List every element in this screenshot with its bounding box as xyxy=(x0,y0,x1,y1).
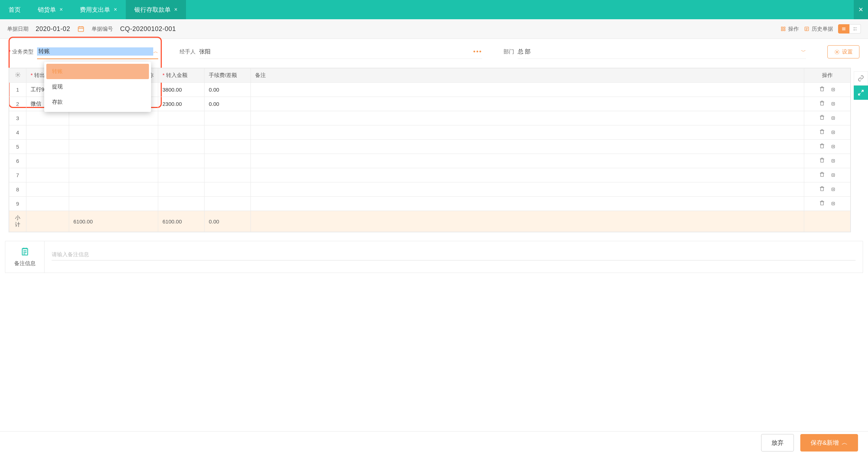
cell-in-acct[interactable] xyxy=(69,168,158,182)
table-row[interactable]: 6 xyxy=(9,154,851,168)
close-all-icon[interactable]: × xyxy=(854,0,868,19)
cell-remark[interactable] xyxy=(251,154,804,168)
cell-fee[interactable] xyxy=(205,182,251,197)
copy-icon[interactable] xyxy=(830,100,836,107)
more-icon[interactable]: ••• xyxy=(473,48,482,56)
table-row[interactable]: 9 xyxy=(9,197,851,211)
delete-icon[interactable] xyxy=(819,158,825,164)
cell-remark[interactable] xyxy=(251,168,804,182)
cell-in-amt[interactable]: 2300.00 xyxy=(158,97,205,111)
gear-header[interactable] xyxy=(9,68,26,83)
close-icon[interactable]: × xyxy=(174,6,177,13)
delete-icon[interactable] xyxy=(819,143,825,150)
tab-label: 银行存取款单 xyxy=(134,6,171,14)
delete-icon[interactable] xyxy=(819,200,825,207)
cell-in-amt[interactable] xyxy=(158,154,205,168)
dept-input[interactable]: 总 部 ﹀ xyxy=(518,45,806,59)
close-icon[interactable]: × xyxy=(60,6,63,13)
cell-out-acct[interactable] xyxy=(26,125,69,140)
cell-remark[interactable] xyxy=(251,111,804,125)
tab-home[interactable]: 首页 xyxy=(0,0,29,19)
cell-in-acct[interactable] xyxy=(69,111,158,125)
cell-in-acct[interactable] xyxy=(69,197,158,211)
cell-remark[interactable] xyxy=(251,182,804,197)
copy-icon[interactable] xyxy=(830,129,836,135)
dropdown-item-deposit[interactable]: 存款 xyxy=(46,94,149,110)
table-row[interactable]: 5 xyxy=(9,140,851,154)
cell-remark[interactable] xyxy=(251,197,804,211)
delete-icon[interactable] xyxy=(819,115,825,121)
cell-fee[interactable] xyxy=(205,154,251,168)
cell-remark[interactable] xyxy=(251,140,804,154)
delete-icon[interactable] xyxy=(819,172,825,178)
copy-icon[interactable] xyxy=(830,115,836,121)
cell-in-amt[interactable] xyxy=(158,111,205,125)
cell-in-acct[interactable] xyxy=(69,182,158,197)
cell-out-acct[interactable] xyxy=(26,111,69,125)
cell-out-acct[interactable] xyxy=(26,140,69,154)
close-icon[interactable]: × xyxy=(114,6,117,13)
cell-fee[interactable] xyxy=(205,111,251,125)
calendar-icon[interactable] xyxy=(77,25,84,32)
cell-in-acct[interactable] xyxy=(69,140,158,154)
delete-icon[interactable] xyxy=(819,186,825,192)
copy-icon[interactable] xyxy=(830,186,836,192)
cell-fee[interactable] xyxy=(205,197,251,211)
cell-fee[interactable]: 0.00 xyxy=(205,83,251,97)
cell-in-acct[interactable] xyxy=(69,125,158,140)
cell-out-acct[interactable] xyxy=(26,182,69,197)
subtotal-empty2 xyxy=(251,211,804,232)
tab-expense[interactable]: 费用支出单× xyxy=(71,0,125,19)
delete-icon[interactable] xyxy=(819,129,825,135)
cell-in-amt[interactable]: 3800.00 xyxy=(158,83,205,97)
cell-out-acct[interactable] xyxy=(26,154,69,168)
settings-button[interactable]: 设置 xyxy=(827,45,859,58)
delete-icon[interactable] xyxy=(819,100,825,107)
biz-type-input[interactable]: 转账 ︿ xyxy=(37,45,158,59)
remark-area: 备注信息 xyxy=(5,241,863,273)
cell-fee[interactable] xyxy=(205,125,251,140)
col-remark: 备注 xyxy=(251,68,804,83)
history-text: 历史单据 xyxy=(812,26,833,32)
cell-in-amt[interactable] xyxy=(158,197,205,211)
handler-input[interactable]: 张阳 ••• xyxy=(199,45,482,59)
cell-in-amt[interactable] xyxy=(158,182,205,197)
table-row[interactable]: 4 xyxy=(9,125,851,140)
cell-out-acct[interactable] xyxy=(26,197,69,211)
cell-ops xyxy=(804,111,851,125)
expand-tool-icon[interactable] xyxy=(854,86,868,100)
dropdown-item-withdraw[interactable]: 提现 xyxy=(46,79,149,94)
copy-icon[interactable] xyxy=(830,86,836,93)
cell-remark[interactable] xyxy=(251,83,804,97)
copy-icon[interactable] xyxy=(830,200,836,207)
tab-sales[interactable]: 销货单× xyxy=(29,0,71,19)
table-row[interactable]: 3 xyxy=(9,111,851,125)
layout-list-button[interactable] xyxy=(838,24,849,33)
ops-link[interactable]: 操作 xyxy=(780,26,799,32)
cell-in-amt[interactable] xyxy=(158,168,205,182)
cell-in-acct[interactable] xyxy=(69,154,158,168)
cell-fee[interactable]: 0.00 xyxy=(205,97,251,111)
table-row[interactable]: 8 xyxy=(9,182,851,197)
svg-rect-37 xyxy=(821,145,823,148)
cell-fee[interactable] xyxy=(205,140,251,154)
history-link[interactable]: 历史单据 xyxy=(804,26,833,32)
cell-fee[interactable] xyxy=(205,168,251,182)
delete-icon[interactable] xyxy=(819,86,825,93)
cell-in-amt[interactable] xyxy=(158,140,205,154)
dept-value: 总 部 xyxy=(518,48,801,56)
cell-remark[interactable] xyxy=(251,97,804,111)
copy-icon[interactable] xyxy=(830,143,836,150)
cell-remark[interactable] xyxy=(251,125,804,140)
layout-grid-button[interactable] xyxy=(849,24,861,33)
link-tool-icon[interactable] xyxy=(854,71,868,86)
tab-bank-transfer[interactable]: 银行存取款单× xyxy=(126,0,186,19)
table-row[interactable]: 7 xyxy=(9,168,851,182)
date-value[interactable]: 2020-01-02 xyxy=(36,25,70,33)
copy-icon[interactable] xyxy=(830,158,836,164)
remark-input[interactable] xyxy=(52,248,856,260)
copy-icon[interactable] xyxy=(830,172,836,178)
cell-out-acct[interactable] xyxy=(26,168,69,182)
dropdown-item-transfer[interactable]: 转账 xyxy=(46,64,149,79)
cell-in-amt[interactable] xyxy=(158,125,205,140)
